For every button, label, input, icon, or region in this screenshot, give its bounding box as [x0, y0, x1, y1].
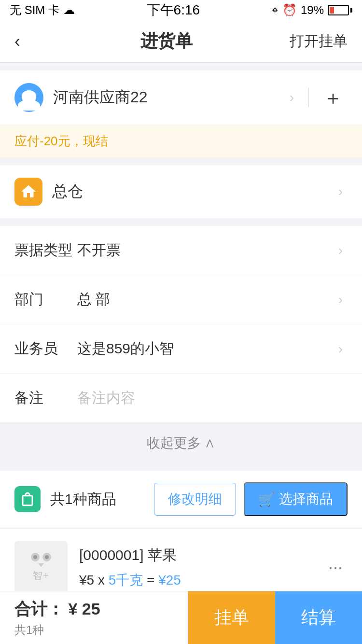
product-thumbnail: 智+	[14, 541, 68, 594]
avatar-icon	[22, 90, 36, 105]
owl-left-eye	[31, 553, 40, 561]
status-right: ⌖ ⏰ 19%	[272, 3, 352, 17]
sim-status: 无 SIM 卡 ☁	[10, 2, 75, 18]
owl-logo: 智+	[31, 553, 51, 582]
open-hang-button[interactable]: 打开挂单	[290, 31, 348, 51]
warehouse-row[interactable]: 总仓 ›	[0, 165, 362, 218]
product-price: ¥5	[79, 573, 94, 588]
alarm-icon: ⏰	[282, 3, 297, 17]
salesman-chevron-icon: ›	[338, 341, 343, 357]
remark-input[interactable]: 备注内容	[77, 388, 348, 408]
checkout-button[interactable]: 结算	[275, 591, 362, 644]
department-value: 总 部	[77, 290, 338, 309]
owl-beak	[38, 563, 44, 567]
product-more-button[interactable]: ···	[323, 557, 348, 577]
add-supplier-button[interactable]: ＋	[319, 84, 348, 111]
products-header: 共1种商品 修改明细 🛒 选择商品	[0, 471, 362, 528]
ticket-type-value: 不开票	[77, 240, 338, 260]
total-amount: 合计： ¥ 25	[14, 598, 174, 620]
modify-detail-button[interactable]: 修改明细	[154, 483, 236, 516]
owl-text: 智+	[33, 569, 49, 582]
status-time: 下午6:16	[147, 1, 200, 19]
product-price-row: ¥5 x 5千克 = ¥25	[79, 571, 323, 589]
price-multiply: x	[98, 573, 109, 588]
bag-icon	[19, 491, 36, 507]
total-count: 共1种	[14, 622, 174, 638]
total-label: 合计：	[14, 600, 64, 618]
page-title: 进货单	[43, 29, 290, 53]
divider	[308, 88, 309, 107]
supplier-notice: 应付-20元，现结	[0, 125, 362, 157]
salesman-row[interactable]: 业务员 这是859的小智 ›	[0, 324, 362, 374]
department-label: 部门	[14, 290, 77, 309]
content: 河南供应商22 › ＋ 应付-20元，现结 总仓 › 票据类型 不开票 › 部门…	[0, 70, 362, 644]
department-row[interactable]: 部门 总 部 ›	[0, 275, 362, 324]
salesman-label: 业务员	[14, 339, 77, 359]
bottom-bar: 合计： ¥ 25 共1种 挂单 结算	[0, 591, 362, 644]
status-left: 无 SIM 卡 ☁	[10, 2, 75, 18]
ticket-type-row[interactable]: 票据类型 不开票 ›	[0, 226, 362, 275]
department-chevron-icon: ›	[338, 292, 343, 308]
product-info: [0000001] 苹果 ¥5 x 5千克 = ¥25	[79, 546, 323, 589]
product-name: [0000001] 苹果	[79, 546, 323, 565]
house-icon	[20, 183, 37, 200]
ticket-type-chevron-icon: ›	[338, 243, 343, 258]
owl-right-eye	[42, 553, 51, 561]
price-equals: =	[147, 573, 158, 588]
hang-order-button[interactable]: 挂单	[188, 591, 275, 644]
product-total: ¥25	[158, 573, 181, 588]
battery-percent: 19%	[301, 3, 324, 17]
warehouse-name: 总仓	[52, 181, 338, 202]
select-product-label: 选择商品	[279, 490, 333, 508]
ticket-type-label: 票据类型	[14, 240, 77, 260]
remark-label: 备注	[14, 388, 77, 408]
status-bar: 无 SIM 卡 ☁ 下午6:16 ⌖ ⏰ 19%	[0, 0, 362, 20]
products-icon	[14, 486, 41, 512]
products-count: 共1种商品	[50, 490, 154, 509]
supplier-card: 河南供应商22 › ＋ 应付-20元，现结	[0, 70, 362, 157]
supplier-row[interactable]: 河南供应商22 › ＋	[0, 70, 362, 125]
collapse-button[interactable]: 收起更多 ∧	[0, 423, 362, 463]
supplier-chevron-icon: ›	[290, 90, 294, 105]
supplier-name: 河南供应商22	[53, 87, 290, 108]
back-button[interactable]: ‹	[14, 31, 43, 52]
total-value: ¥ 25	[68, 600, 100, 618]
battery-icon	[328, 5, 352, 15]
salesman-value: 这是859的小智	[77, 339, 338, 359]
owl-eyes	[31, 553, 51, 561]
form-card: 票据类型 不开票 › 部门 总 部 › 业务员 这是859的小智 › 备注 备注…	[0, 226, 362, 463]
location-icon: ⌖	[272, 3, 278, 17]
warehouse-chevron-icon: ›	[338, 184, 343, 199]
product-title: 苹果	[148, 547, 177, 563]
total-section: 合计： ¥ 25 共1种	[0, 598, 188, 638]
remark-row[interactable]: 备注 备注内容	[0, 374, 362, 423]
nav-bar: ‹ 进货单 打开挂单	[0, 20, 362, 63]
product-quantity: 5千克	[109, 573, 143, 588]
cart-icon: 🛒	[258, 491, 275, 507]
warehouse-icon	[14, 178, 42, 206]
supplier-avatar	[14, 83, 43, 112]
select-product-button[interactable]: 🛒 选择商品	[244, 482, 348, 516]
product-code: [0000001]	[79, 547, 143, 563]
